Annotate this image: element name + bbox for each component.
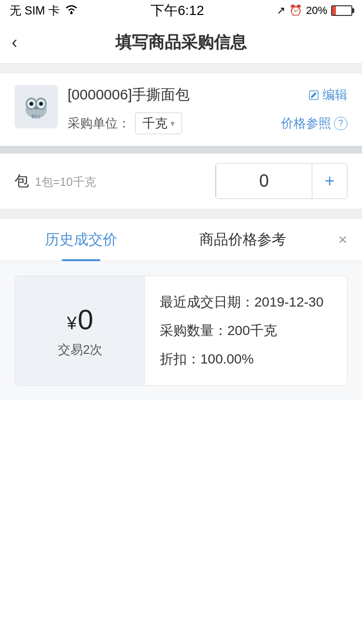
status-bar: 无 SIM 卡 下午6:12 ↗ ⏰ 20% <box>0 0 362 21</box>
unit-label: 采购单位： <box>68 115 130 132</box>
tab-header: 历史成交价 商品价格参考 × <box>0 219 362 261</box>
product-name: [0000006]手撕面包 <box>68 85 190 105</box>
status-time: 下午6:12 <box>151 1 204 20</box>
tab-product-price-ref[interactable]: 商品价格参考 <box>162 219 323 261</box>
discount-label: 折扣： <box>160 351 200 366</box>
chevron-down-icon: ▾ <box>170 118 175 129</box>
wifi-icon <box>65 4 78 17</box>
divider <box>0 146 362 154</box>
quantity-sub-label: 1包=10千克 <box>35 175 96 188</box>
price-ref-button[interactable]: 价格参照 ? <box>281 115 348 132</box>
quantity-label-group: 包 1包=10千克 <box>14 171 96 191</box>
quantity-row: 包 1包=10千克 0 + <box>0 154 362 209</box>
price-display: ¥0 <box>67 303 93 336</box>
nav-bar: ‹ 填写商品采购信息 <box>0 21 362 64</box>
product-logo: 鲜计 <box>19 90 53 124</box>
quantity-control: 0 + <box>215 163 348 199</box>
currency-symbol: ¥ <box>67 313 77 333</box>
unit-select[interactable]: 千克 ▾ <box>135 112 182 134</box>
unit-left: 采购单位： 千克 ▾ <box>68 112 182 134</box>
svg-point-10 <box>34 107 39 110</box>
help-icon: ? <box>334 117 348 130</box>
alarm-icon: ⏰ <box>289 4 302 17</box>
purchase-qty-row: 采购数量：200千克 <box>160 321 333 340</box>
tab-underline <box>62 259 100 261</box>
quantity-add-button[interactable]: + <box>312 164 347 198</box>
tab-close-button[interactable]: × <box>323 231 362 249</box>
price-card-right: 最近成交日期：2019-12-30 采购数量：200千克 折扣：100.00% <box>145 276 347 385</box>
svg-point-8 <box>30 103 33 105</box>
price-card: ¥0 交易2次 最近成交日期：2019-12-30 采购数量：200千克 折扣：… <box>14 276 348 386</box>
svg-point-0 <box>70 12 73 14</box>
product-thumbnail: 鲜计 <box>14 85 58 128</box>
edit-button[interactable]: 编辑 <box>308 86 348 103</box>
product-name-row: [0000006]手撕面包 编辑 <box>68 85 348 105</box>
quantity-unit-label: 包 <box>14 173 29 189</box>
battery-icon <box>331 5 352 16</box>
price-amount: 0 <box>78 304 93 335</box>
purchase-qty-value: 200千克 <box>227 323 277 338</box>
price-ref-label: 价格参照 <box>281 115 331 132</box>
svg-text:鲜计: 鲜计 <box>31 114 41 119</box>
location-icon: ↗ <box>277 4 285 17</box>
bottom-area <box>0 400 362 644</box>
tab-history-price[interactable]: 历史成交价 <box>0 219 162 261</box>
page-title: 填写商品采购信息 <box>115 31 247 54</box>
back-button[interactable]: ‹ <box>12 32 17 53</box>
purchase-qty-label: 采购数量： <box>160 323 227 338</box>
trade-count: 交易2次 <box>58 341 102 358</box>
unit-row: 采购单位： 千克 ▾ 价格参照 ? <box>68 112 348 134</box>
recent-date-value: 2019-12-30 <box>254 294 323 309</box>
quantity-value: 0 <box>216 164 312 198</box>
product-details: [0000006]手撕面包 编辑 采购单位： 千克 ▾ <box>68 85 348 134</box>
status-right: ↗ ⏰ 20% <box>277 4 352 17</box>
discount-row: 折扣：100.00% <box>160 350 333 368</box>
svg-point-9 <box>40 103 42 105</box>
recent-date-label: 最近成交日期： <box>160 294 254 309</box>
history-content: ¥0 交易2次 最近成交日期：2019-12-30 采购数量：200千克 折扣：… <box>0 261 362 400</box>
unit-value: 千克 <box>142 115 167 132</box>
product-top-row: 鲜计 [0000006]手撕面包 编辑 采购单位： <box>14 85 348 134</box>
discount-value: 100.00% <box>200 351 254 366</box>
recent-date-row: 最近成交日期：2019-12-30 <box>160 293 333 311</box>
battery-percent: 20% <box>306 4 327 17</box>
tab-section: 历史成交价 商品价格参考 × ¥0 交易2次 最近成交日期：2019-12-30… <box>0 218 362 400</box>
price-card-left: ¥0 交易2次 <box>15 276 145 385</box>
status-left: 无 SIM 卡 <box>10 3 78 18</box>
product-card: 鲜计 [0000006]手撕面包 编辑 采购单位： <box>0 73 362 146</box>
carrier-text: 无 SIM 卡 <box>10 3 60 18</box>
